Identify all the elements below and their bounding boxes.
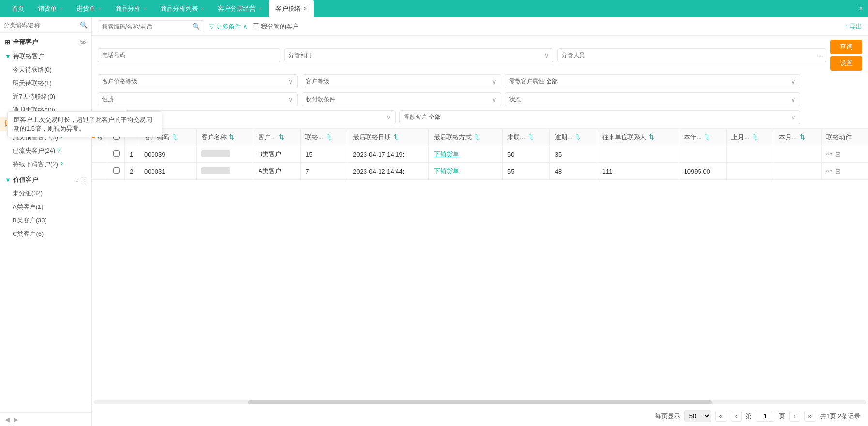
pending-today[interactable]: 今天待联络(0) (0, 63, 91, 76)
th-this-month[interactable]: 本月... ⇅ (774, 129, 822, 146)
cell-this-month (774, 146, 822, 163)
declining-info-icon: ? (60, 162, 63, 167)
th-this-year[interactable]: 本年... ⇅ (679, 129, 727, 146)
row-checkbox-0[interactable] (113, 150, 120, 157)
th-last-month[interactable]: 上月... ⇅ (727, 129, 774, 146)
lost-customers[interactable]: 已流失客户(24) ? (0, 144, 91, 158)
export-button[interactable]: ↑ 导出 (845, 22, 863, 31)
payment-select[interactable]: 收付款条件 ∨ (302, 92, 502, 106)
pending-arrow-icon: ▼ (5, 53, 11, 60)
th-overdue[interactable]: 逾期... ⇅ (549, 129, 597, 146)
my-customers-checkbox[interactable] (253, 23, 259, 29)
price-level-select[interactable]: 客户价格等级 ∨ (98, 74, 298, 88)
cell-action: ⚯ ⊞ (822, 146, 868, 163)
th-last-date[interactable]: 最后联络日期 ⇅ (348, 129, 429, 146)
declining-customers[interactable]: 持续下滑客户(2) ? (0, 158, 91, 171)
sidebar-search-input[interactable] (4, 22, 80, 29)
sidebar-nav-right-icon[interactable]: ▶ (14, 416, 18, 423)
cell-last-month (727, 163, 774, 180)
cell-setting (92, 146, 108, 163)
nav-item-customer-contact[interactable]: 客户联络 × (269, 0, 314, 17)
last-method-link[interactable]: 下销货单 (434, 167, 459, 175)
value-edit-icon[interactable]: ○ (75, 176, 79, 184)
staff-select[interactable]: 分管人员 ··· (557, 48, 826, 62)
tooltip-box: 距客户上次交易时长，超过了此客户的平均交易周期的1.5倍，则视为异常。 (7, 111, 162, 137)
row-checkbox-1[interactable] (113, 167, 120, 174)
action-grid-icon[interactable]: ⊞ (835, 150, 841, 158)
nav-item-sales[interactable]: 销货单 × (31, 0, 70, 17)
phone-field[interactable]: 电话号码 (98, 48, 280, 62)
pending-tomorrow[interactable]: 明天待联络(1) (0, 76, 91, 90)
horizontal-scrollbar[interactable] (92, 398, 868, 406)
close-all-tabs[interactable]: × (859, 4, 863, 13)
value-c-class[interactable]: C类客户(6) (0, 227, 91, 241)
sidebar-nav-left-icon[interactable]: ◀ (5, 416, 10, 423)
value-a-class[interactable]: A类客户(1) (0, 200, 91, 214)
action-grid-icon[interactable]: ⊞ (835, 167, 841, 175)
close-stratify-icon[interactable]: × (259, 5, 262, 12)
zero-attr-chevron-icon[interactable]: ∨ (791, 78, 796, 85)
close-purchase-icon[interactable]: × (98, 5, 102, 12)
status-select[interactable]: 状态 ∨ (505, 92, 800, 106)
last-method-link[interactable]: 下销货单 (434, 150, 459, 158)
pending-7days[interactable]: 近7天待联络(0) (0, 90, 91, 103)
collapse-sidebar-icon[interactable]: ≫ (80, 39, 87, 46)
value-b-class[interactable]: B类客户(33) (0, 214, 91, 227)
gender-select[interactable]: 性质 ∨ (98, 92, 298, 106)
nav-item-customer-stratify[interactable]: 客户分层经营 × (211, 0, 269, 17)
sort-uncontacted-icon: ⇅ (528, 133, 533, 141)
customer-type-select[interactable]: 客户类型 ∨ (125, 110, 396, 124)
th-name[interactable]: 客户名称 ⇅ (196, 129, 253, 146)
value-ungroup[interactable]: 未分组(32) (0, 187, 91, 200)
last-page-button[interactable]: » (804, 411, 816, 422)
nav-item-analysis-list[interactable]: 商品分析列表 × (153, 0, 211, 17)
th-contact[interactable]: 联络... ⇅ (301, 129, 348, 146)
pending-group-header[interactable]: ▼ 待联络客户 (0, 49, 91, 63)
more-conditions-btn[interactable]: ▽ 更多条件 ∧ (209, 22, 248, 31)
th-last-method[interactable]: 最后联络方式 ⇅ (429, 129, 503, 146)
cell-overdue: 48 (549, 163, 597, 180)
page-number-input[interactable] (756, 411, 775, 422)
nav-item-home[interactable]: 首页 (5, 0, 31, 17)
search-box: 🔍 (98, 20, 204, 32)
search-input[interactable] (102, 23, 192, 30)
data-table-container: ⚙ 客户编码 ⇅ 客户名称 ⇅ 客户... ⇅ (92, 129, 868, 398)
nav-item-purchase[interactable]: 进货单 × (70, 0, 108, 17)
action-link-icon[interactable]: ⚯ (826, 150, 832, 158)
customer-level-select[interactable]: 客户等级 ∨ (302, 74, 502, 88)
next-page-button[interactable]: › (789, 411, 800, 422)
setting-button[interactable]: 设置 (830, 56, 862, 71)
zero-cust-chevron-icon[interactable]: ∨ (791, 114, 796, 121)
th-type[interactable]: 客户... ⇅ (253, 129, 301, 146)
close-analysis-icon[interactable]: × (143, 5, 147, 12)
per-page-select[interactable]: 50 100 200 (684, 410, 711, 422)
nav-item-analysis[interactable]: 商品分析 × (108, 0, 153, 17)
filter-icon: ▽ (209, 23, 214, 30)
filter-row-2: 客户价格等级 ∨ 客户等级 ∨ 零散客户属性 全部 ∨ (98, 74, 862, 88)
cell-no: 1 (125, 146, 139, 163)
th-uncontacted[interactable]: 未联... ⇅ (503, 129, 550, 146)
cell-company-contact: 111 (597, 163, 679, 180)
search-icon[interactable]: 🔍 (192, 23, 200, 30)
dept-select[interactable]: 分管部门 ∨ (284, 48, 553, 62)
sort-type-icon: ⇅ (279, 133, 284, 141)
sidebar-search-icon[interactable]: 🔍 (80, 21, 88, 29)
close-contact-icon[interactable]: × (304, 5, 307, 12)
close-sales-icon[interactable]: × (60, 5, 63, 12)
page-label: 第 (746, 412, 752, 421)
action-link-icon[interactable]: ⚯ (826, 167, 832, 175)
advanced-filter: 电话号码 分管部门 ∨ 分管人员 ··· 查询 设置 (92, 36, 868, 129)
prev-page-button[interactable]: ‹ (731, 411, 742, 422)
phone-input[interactable] (128, 52, 276, 59)
customer-table: ⚙ 客户编码 ⇅ 客户名称 ⇅ 客户... ⇅ (92, 129, 868, 180)
sidebar: 🔍 ⊞ 全部客户 ≫ ▼ 待联络客户 今天待联络(0) 明天待联络(1) (0, 17, 92, 426)
value-section-header[interactable]: ▼ 价值客户 ○ ☷ (0, 173, 91, 187)
scrollbar-thumb[interactable] (248, 400, 712, 404)
cell-uncontacted: 55 (503, 163, 550, 180)
query-button[interactable]: 查询 (830, 40, 862, 54)
th-company-contact[interactable]: 往来单位联系人 ⇅ (597, 129, 679, 146)
page-of-label: 页 (779, 412, 785, 421)
value-config-icon[interactable]: ☷ (81, 176, 87, 184)
close-analysis-list-icon[interactable]: × (201, 5, 204, 12)
first-page-button[interactable]: « (715, 411, 727, 422)
